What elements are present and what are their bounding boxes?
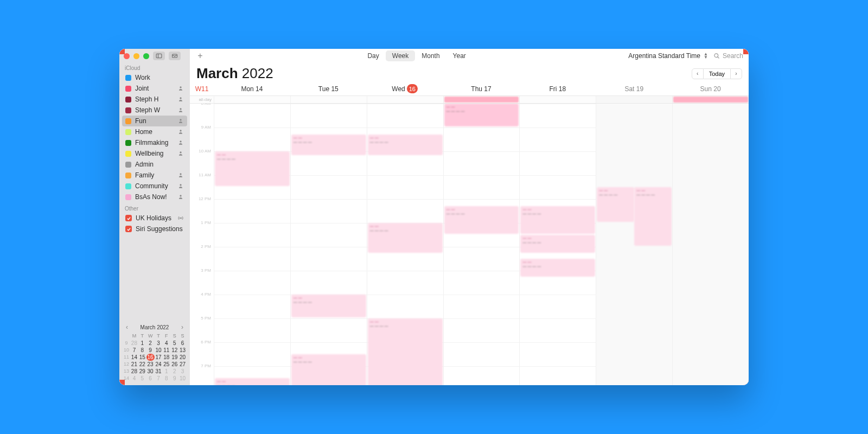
- day-column[interactable]: — —— — — —— —— — — —— —— — — —: [519, 104, 596, 385]
- mini-day[interactable]: 29: [138, 368, 146, 375]
- mini-day[interactable]: 2: [146, 340, 155, 347]
- mini-day[interactable]: 7: [130, 347, 138, 354]
- mini-next-month-button[interactable]: ›: [179, 323, 186, 331]
- calendar-event[interactable]: — —— — — —: [215, 378, 290, 385]
- mini-day[interactable]: 20: [178, 354, 187, 361]
- mini-day[interactable]: 1: [162, 368, 170, 375]
- mini-day[interactable]: 16: [146, 354, 155, 361]
- view-day-button[interactable]: Day: [361, 50, 385, 61]
- sidebar-other-item[interactable]: UK Holidays: [122, 213, 187, 224]
- calendar-event[interactable]: — —— — — —: [291, 295, 366, 317]
- mini-day[interactable]: 10: [155, 347, 163, 354]
- mini-day[interactable]: 15: [138, 354, 146, 361]
- sidebar-calendar-item[interactable]: Joint: [122, 83, 187, 94]
- sidebar-calendar-item[interactable]: Wellbeing: [122, 148, 187, 159]
- search-field[interactable]: Search: [713, 52, 743, 60]
- allday-cell[interactable]: [672, 96, 749, 103]
- allday-event[interactable]: [444, 97, 519, 103]
- toggle-sidebar-button[interactable]: [153, 52, 165, 60]
- calendar-event[interactable]: — —— — — —: [520, 235, 595, 253]
- mini-day[interactable]: 31: [155, 368, 163, 375]
- view-year-button[interactable]: Year: [446, 50, 473, 61]
- allday-cell[interactable]: [214, 96, 290, 103]
- day-column[interactable]: — —— — — —— —— — — —— —— — — —: [290, 104, 367, 385]
- sidebar-calendar-item[interactable]: Work: [122, 72, 187, 83]
- view-month-button[interactable]: Month: [415, 50, 446, 61]
- mini-day[interactable]: 9: [170, 375, 178, 382]
- mini-day[interactable]: 5: [170, 340, 178, 347]
- sidebar-calendar-item[interactable]: BsAs Now!: [122, 192, 187, 202]
- mini-day[interactable]: 5: [138, 375, 146, 382]
- mini-prev-month-button[interactable]: ‹: [124, 323, 130, 331]
- calendar-event[interactable]: — —— — — —: [215, 151, 290, 186]
- mini-day[interactable]: 1: [138, 340, 146, 347]
- sidebar-calendar-item[interactable]: Steph H: [122, 94, 187, 105]
- checkbox-icon[interactable]: [125, 226, 132, 232]
- mini-day[interactable]: 19: [170, 354, 178, 361]
- calendar-event[interactable]: — —— — — —: [444, 104, 519, 126]
- allday-cell[interactable]: [367, 96, 443, 103]
- mini-day[interactable]: 8: [162, 375, 170, 382]
- next-week-button[interactable]: ›: [730, 68, 742, 79]
- allday-event[interactable]: [673, 97, 748, 103]
- sidebar-calendar-item[interactable]: Home: [122, 126, 187, 137]
- sidebar-calendar-item[interactable]: Filmmaking: [122, 137, 187, 148]
- mini-day[interactable]: 11: [162, 347, 170, 354]
- prev-week-button[interactable]: ‹: [692, 68, 704, 79]
- calendar-event[interactable]: — —— — — —: [520, 206, 595, 234]
- sidebar-calendar-item[interactable]: Family: [122, 170, 187, 181]
- mini-day[interactable]: 28: [130, 368, 138, 375]
- mini-day[interactable]: 8: [138, 347, 146, 354]
- calendar-event[interactable]: — —— — — —: [444, 206, 519, 234]
- mini-day[interactable]: 3: [178, 368, 187, 375]
- day-header[interactable]: Sat 19: [596, 85, 672, 93]
- mini-day[interactable]: 27: [178, 361, 187, 368]
- mini-day[interactable]: 7: [155, 375, 163, 382]
- view-week-button[interactable]: Week: [386, 50, 415, 61]
- calendar-event[interactable]: — —— — — —: [597, 187, 634, 222]
- minimize-window-icon[interactable]: [133, 53, 139, 59]
- fullscreen-window-icon[interactable]: [143, 53, 149, 59]
- sidebar-calendar-item[interactable]: Steph W: [122, 105, 187, 116]
- sidebar-other-item[interactable]: Siri Suggestions: [122, 224, 187, 234]
- day-header[interactable]: Thu 17: [443, 85, 520, 93]
- day-column[interactable]: — —— — — —— —— — — —— —— — — —: [367, 104, 443, 385]
- calendar-event[interactable]: — —— — — —: [368, 318, 443, 385]
- mini-day[interactable]: 13: [178, 347, 187, 354]
- day-header[interactable]: Fri 18: [519, 85, 596, 93]
- calendar-event[interactable]: — —— — — —: [634, 187, 672, 246]
- timezone-picker[interactable]: Argentina Standard Time ▲▼: [628, 52, 708, 60]
- sidebar-calendar-item[interactable]: Admin: [122, 159, 187, 170]
- allday-cell[interactable]: [596, 96, 672, 103]
- mini-day[interactable]: 10: [178, 375, 187, 382]
- mini-day[interactable]: 17: [155, 354, 163, 361]
- checkbox-icon[interactable]: [125, 215, 132, 221]
- mini-day[interactable]: 30: [146, 368, 155, 375]
- allday-cell[interactable]: [290, 96, 367, 103]
- calendar-event[interactable]: — —— — — —: [368, 223, 443, 253]
- day-header[interactable]: Sun 20: [672, 85, 749, 93]
- mini-day[interactable]: 9: [146, 347, 155, 354]
- allday-cell[interactable]: [443, 96, 520, 103]
- mini-day[interactable]: 28: [130, 340, 138, 347]
- sidebar-calendar-item[interactable]: Community: [122, 181, 187, 192]
- calendar-event[interactable]: — —— — — —: [368, 135, 443, 155]
- mini-day[interactable]: 4: [130, 375, 138, 382]
- mini-day[interactable]: 21: [130, 361, 138, 368]
- week-grid[interactable]: 8 AM9 AM10 AM11 AM12 PM1 PM2 PM3 PM4 PM5…: [190, 104, 749, 385]
- mini-day[interactable]: 25: [162, 361, 170, 368]
- today-button[interactable]: Today: [704, 68, 730, 79]
- sidebar-calendar-item[interactable]: Fun: [122, 116, 187, 126]
- day-header[interactable]: Tue 15: [290, 85, 367, 93]
- allday-cell[interactable]: [519, 96, 596, 103]
- mini-day[interactable]: 6: [178, 340, 187, 347]
- day-header[interactable]: Wed16: [367, 84, 443, 93]
- mini-day[interactable]: 18: [162, 354, 170, 361]
- inbox-button[interactable]: [169, 52, 181, 60]
- day-header[interactable]: Mon 14: [214, 85, 290, 93]
- calendar-event[interactable]: — —— — — —: [520, 259, 595, 277]
- mini-day[interactable]: 2: [170, 368, 178, 375]
- day-column[interactable]: — —— — — —— —— — — —: [596, 104, 672, 385]
- mini-day[interactable]: 4: [162, 340, 170, 347]
- mini-day[interactable]: 6: [146, 375, 155, 382]
